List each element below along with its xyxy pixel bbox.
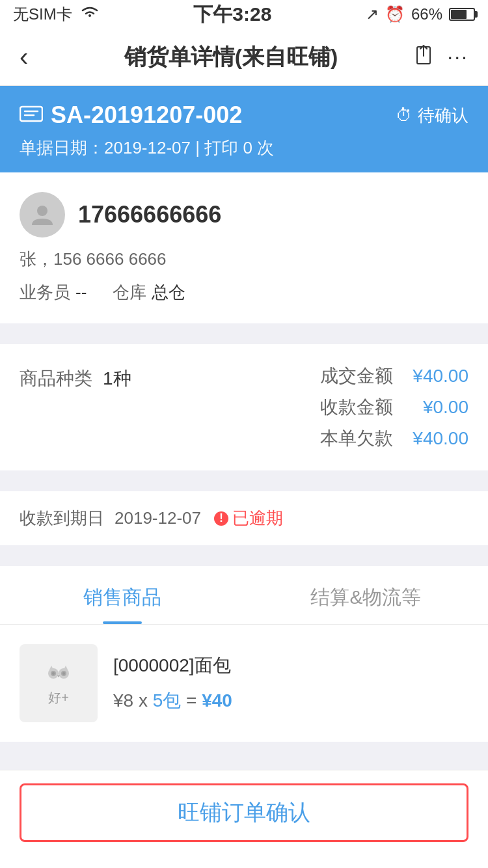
customer-meta: 业务员 -- 仓库 总仓 <box>20 281 468 304</box>
wifi-icon <box>80 5 100 23</box>
price-value: ¥8 <box>113 690 133 711</box>
back-button[interactable]: ‹ <box>20 42 59 72</box>
order-id: SA-20191207-002 <box>20 102 242 129</box>
confirm-button[interactable]: 旺铺订单确认 <box>20 783 468 842</box>
nav-actions: ··· <box>403 44 468 70</box>
bottom-bar: 旺铺订单确认 <box>0 770 488 868</box>
type-value: 1种 <box>103 366 131 391</box>
overdue-badge: ! 已逾期 <box>214 507 283 530</box>
tabs: 销售商品 结算&物流等 <box>0 566 488 625</box>
price-multiply: x <box>139 690 153 711</box>
svg-point-2 <box>37 206 47 216</box>
divider-1 <box>0 334 488 344</box>
share-icon[interactable] <box>413 44 434 70</box>
amount-value: ¥40.00 <box>403 366 468 387</box>
product-logo: 好+ <box>39 660 78 707</box>
price-qty: 5包 <box>153 690 182 711</box>
product-name: [0000002]面包 <box>113 653 468 678</box>
status-bar: 无SIM卡 下午3:28 ↗ ⏰ 66% <box>0 0 488 29</box>
salesperson-label: 业务员 <box>20 281 70 304</box>
divider-3 <box>0 556 488 566</box>
customer-card: 17666666666 张，156 6666 6666 业务员 -- 仓库 总仓 <box>0 172 488 323</box>
table-row: 好+ [0000002]面包 ¥8 x 5包 = ¥40 <box>0 625 488 742</box>
duedate-label: 收款到期日 <box>20 507 104 530</box>
page-title: 销货单详情(来自旺铺) <box>59 42 403 72</box>
order-header: SA-20191207-002 ⏱ 待确认 单据日期：2019-12-07 | … <box>0 86 488 172</box>
order-status: ⏱ 待确认 <box>396 104 468 127</box>
duedate-date: 2019-12-07 <box>115 508 201 528</box>
status-bar-time: 下午3:28 <box>193 1 271 28</box>
more-icon[interactable]: ··· <box>447 45 468 69</box>
owed-value: ¥40.00 <box>403 428 468 449</box>
order-icon <box>20 102 43 129</box>
overdue-dot-icon: ! <box>214 511 228 526</box>
salesperson-item: 业务员 -- <box>20 281 87 304</box>
received-label: 收款金额 <box>320 395 393 420</box>
order-header-top: SA-20191207-002 ⏱ 待确认 <box>20 102 468 129</box>
amount-label: 成交金额 <box>320 364 393 388</box>
salesperson-value: -- <box>75 282 87 303</box>
product-image: 好+ <box>20 644 98 722</box>
duedate-card: 收款到期日 2019-12-07 ! 已逾期 <box>0 491 488 545</box>
product-price: ¥8 x 5包 = ¥40 <box>113 688 468 713</box>
svg-point-8 <box>62 672 65 675</box>
overdue-text: 已逾期 <box>232 507 283 530</box>
summary-right: 成交金额 ¥40.00 收款金额 ¥0.00 本单欠款 ¥40.00 <box>320 364 468 451</box>
type-label: 商品种类 <box>20 366 92 391</box>
summary-card: 商品种类 1种 成交金额 ¥40.00 收款金额 ¥0.00 本单欠款 ¥40.… <box>0 344 488 470</box>
avatar <box>20 192 65 237</box>
amount-row: 成交金额 ¥40.00 <box>320 364 468 388</box>
summary-left: 商品种类 1种 <box>20 364 131 391</box>
battery-icon <box>449 8 475 21</box>
status-clock-icon: ⏱ <box>396 105 413 126</box>
customer-top: 17666666666 <box>20 192 468 237</box>
tab-products[interactable]: 销售商品 <box>0 566 244 624</box>
price-equals: = <box>186 690 202 711</box>
warehouse-label: 仓库 <box>113 281 146 304</box>
battery-text: 66% <box>411 5 442 23</box>
nav-bar: ‹ 销货单详情(来自旺铺) ··· <box>0 29 488 86</box>
divider-2 <box>0 481 488 491</box>
customer-name: 张，156 6666 6666 <box>20 248 468 271</box>
svg-point-7 <box>52 672 55 675</box>
status-bar-left: 无SIM卡 <box>13 4 100 25</box>
received-value: ¥0.00 <box>403 397 468 418</box>
owed-label: 本单欠款 <box>320 426 393 451</box>
svg-rect-1 <box>20 107 42 121</box>
tabs-container: 销售商品 结算&物流等 <box>0 566 488 625</box>
price-total: ¥40 <box>202 690 232 711</box>
customer-phone: 17666666666 <box>78 201 221 228</box>
warehouse-item: 仓库 总仓 <box>113 281 185 304</box>
alarm-icon: ⏰ <box>385 5 405 23</box>
owed-row: 本单欠款 ¥40.00 <box>320 426 468 451</box>
tab-settlement[interactable]: 结算&物流等 <box>244 566 488 624</box>
warehouse-value: 总仓 <box>152 281 185 304</box>
product-list: 好+ [0000002]面包 ¥8 x 5包 = ¥40 <box>0 625 488 742</box>
received-row: 收款金额 ¥0.00 <box>320 395 468 420</box>
product-info: [0000002]面包 ¥8 x 5包 = ¥40 <box>113 653 468 713</box>
status-bar-right: ↗ ⏰ 66% <box>366 5 475 23</box>
logo-text: 好+ <box>48 689 69 707</box>
status-text: 待确认 <box>418 104 468 127</box>
order-date: 单据日期：2019-12-07 | 打印 0 次 <box>20 137 468 159</box>
carrier-text: 无SIM卡 <box>13 4 72 25</box>
location-icon: ↗ <box>366 5 379 23</box>
